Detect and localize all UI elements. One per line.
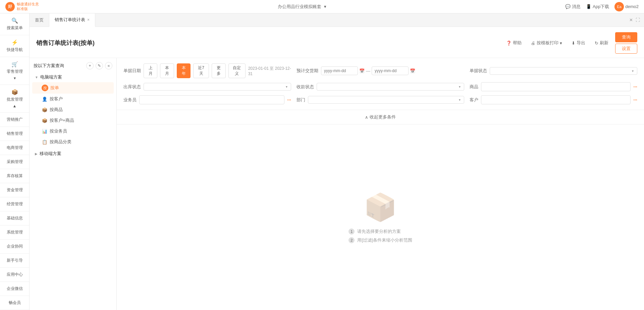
refresh-btn[interactable]: ↻ 刷新 bbox=[592, 39, 611, 47]
expected-date-end[interactable] bbox=[372, 66, 409, 75]
scheme-group-desktop-title[interactable]: ▼ 电脑端方案 bbox=[32, 72, 114, 82]
more-date-btn[interactable]: 更多 bbox=[212, 63, 225, 78]
collapse-btn[interactable]: ∧ 收起更多条件 bbox=[361, 113, 400, 121]
goods-input[interactable] bbox=[481, 82, 631, 91]
sidebar-item-ecommerce[interactable]: 电商管理 bbox=[0, 141, 29, 155]
out-status-arrow: ▾ bbox=[286, 85, 287, 89]
goods-label: 商品 bbox=[470, 84, 478, 90]
scheme-item-bycategory[interactable]: 📋 按商品分类 bbox=[32, 137, 114, 147]
this-month-btn[interactable]: 本月 bbox=[160, 63, 174, 78]
sidebar-item-system[interactable]: 系统管理 bbox=[0, 225, 29, 240]
scheme-item-bycustomer[interactable]: 👤 按客户 bbox=[32, 94, 114, 104]
message-icon: 💬 bbox=[565, 4, 571, 9]
add-scheme-btn[interactable]: + bbox=[86, 62, 94, 69]
user-profile[interactable]: Ea demo2 bbox=[614, 2, 639, 11]
customer-more-icon[interactable]: ··· bbox=[633, 97, 637, 103]
salesperson-more-icon[interactable]: ··· bbox=[287, 97, 291, 103]
sidebar-item-sales[interactable]: 销售管理 bbox=[0, 127, 29, 141]
scheme-group-desktop: ▼ 电脑端方案 按 按单 👤 按客户 bbox=[32, 72, 114, 147]
sidebar-item-inventory[interactable]: 库存核算 bbox=[0, 169, 29, 183]
help-btn[interactable]: ❓ 帮助 bbox=[503, 39, 524, 47]
scheme-group-mobile-title[interactable]: ▶ 移动端方案 bbox=[32, 149, 114, 159]
date-label: 单据日期 bbox=[123, 68, 141, 74]
calendar-end-icon: 📅 bbox=[410, 68, 415, 73]
this-year-btn[interactable]: 本年 bbox=[177, 63, 191, 78]
filter-row-3: 业务员 ··· 部门 ▾ bbox=[123, 95, 637, 104]
department-select[interactable]: ▾ bbox=[308, 96, 464, 104]
expected-date-filter-group: 预计交货期 📅 — 📅 bbox=[297, 66, 464, 75]
window-maximize-icon[interactable]: ⛶ bbox=[636, 17, 640, 22]
receive-status-select[interactable]: ▾ bbox=[317, 83, 464, 91]
refresh-icon: ↻ bbox=[595, 41, 598, 46]
filter-row-2: 出库状态 ▾ 收款状态 ▾ bbox=[123, 82, 637, 91]
retail-expand-icon: ▾ bbox=[14, 76, 16, 81]
print-btn[interactable]: 🖨 按模板打印 ▾ bbox=[528, 39, 565, 47]
scheme-tree: ▼ 电脑端方案 按 按单 👤 按客户 bbox=[30, 72, 116, 159]
setting-button[interactable]: 设置 bbox=[615, 44, 637, 54]
sidebar-item-basic[interactable]: 基础信息 bbox=[0, 211, 29, 225]
sidebar-item-operations[interactable]: 经营管理 bbox=[0, 197, 29, 211]
scheme-group-mobile: ▶ 移动端方案 bbox=[32, 149, 114, 159]
window-close-icon[interactable]: ✕ bbox=[629, 17, 633, 22]
out-status-select[interactable]: ▾ bbox=[144, 83, 291, 91]
last7days-btn[interactable]: 近7天 bbox=[193, 63, 209, 78]
sidebar-item-newuser[interactable]: 新手引导 bbox=[0, 254, 29, 268]
custom-date-btn[interactable]: 自定义 bbox=[228, 63, 246, 78]
sidebar-item-quicknav[interactable]: ⚡ 快捷导航 bbox=[0, 35, 29, 57]
receive-status-arrow: ▾ bbox=[459, 85, 461, 89]
message-btn[interactable]: 💬 消息 bbox=[565, 4, 581, 10]
wholesale-expand-icon: ▲ bbox=[13, 104, 17, 108]
query-button[interactable]: 查询 bbox=[615, 32, 637, 42]
tab-bar: 首页 销售订单统计表 × ✕ ⛶ bbox=[30, 13, 644, 27]
scheme-item-bygoods[interactable]: 📦 按商品 bbox=[32, 104, 114, 115]
top-bar-left: 好 畅捷通好生意 标准版 bbox=[5, 2, 39, 11]
date-range-text: 2023-01-01 至 2023-12-31 bbox=[248, 66, 291, 76]
customergoods-icon: 📦 bbox=[42, 117, 48, 123]
sidebar-item-wechat[interactable]: 企业微信 bbox=[0, 282, 29, 296]
goods-more-icon[interactable]: ··· bbox=[633, 84, 637, 90]
collapse-icon: ∧ bbox=[365, 115, 368, 120]
customer-input[interactable] bbox=[481, 95, 631, 104]
sidebar-item-vip[interactable]: 畅会员 bbox=[0, 296, 29, 310]
mobile-group-icon: ▶ bbox=[35, 152, 38, 156]
status-select[interactable]: ▾ bbox=[490, 67, 637, 75]
scheme-item-bycustomergoods[interactable]: 📦 按客户+商品 bbox=[32, 115, 114, 126]
workspace-title: 办公用品行业模拟账套 ▾ bbox=[278, 4, 326, 10]
page-content: 销售订单统计表(按单) ❓ 帮助 🖨 按模板打印 ▾ ⬇ 导出 bbox=[30, 27, 644, 310]
department-label: 部门 bbox=[297, 97, 305, 103]
sidebar-item-purchase[interactable]: 采购管理 bbox=[0, 155, 29, 169]
collapse-panel-btn[interactable]: « bbox=[105, 62, 112, 69]
query-setting-group: 查询 设置 bbox=[615, 32, 637, 54]
logo-icon: 好 bbox=[5, 2, 15, 11]
sidebar-item-enterprise[interactable]: 企业协同 bbox=[0, 240, 29, 254]
left-panel: 按以下方案查询 + ✎ « ▼ 电脑端方案 bbox=[30, 58, 117, 310]
department-filter-group: 部门 ▾ bbox=[297, 96, 464, 104]
export-icon: ⬇ bbox=[572, 41, 575, 46]
date-buttons: 上月 本月 本年 近7天 更多 自定义 bbox=[144, 63, 246, 78]
salesperson-filter-group: 业务员 ··· bbox=[123, 95, 291, 104]
sidebar-item-search[interactable]: 🔍 搜索菜单 bbox=[0, 13, 29, 35]
salesperson-input[interactable] bbox=[139, 95, 284, 104]
logo-area: 好 畅捷通好生意 标准版 bbox=[5, 2, 39, 11]
tab-sales-order[interactable]: 销售订单统计表 × bbox=[49, 13, 95, 27]
status-label: 单据状态 bbox=[470, 68, 487, 74]
sidebar-item-retail[interactable]: 🛒 零售管理 ▾ bbox=[0, 57, 29, 85]
sidebar-item-wholesale[interactable]: 📦 批发管理 ▲ bbox=[0, 85, 29, 113]
tab-home[interactable]: 首页 bbox=[30, 13, 49, 27]
left-panel-actions: + ✎ « bbox=[86, 62, 112, 69]
last-month-btn[interactable]: 上月 bbox=[144, 63, 157, 78]
tab-close-icon[interactable]: × bbox=[87, 17, 90, 22]
edit-scheme-btn[interactable]: ✎ bbox=[96, 62, 103, 69]
expected-date-start[interactable] bbox=[321, 66, 358, 75]
sidebar-item-apps[interactable]: 应用中心 bbox=[0, 268, 29, 282]
scheme-item-bydoc[interactable]: 按 按单 bbox=[32, 82, 114, 94]
export-btn[interactable]: ⬇ 导出 bbox=[569, 39, 588, 47]
scheme-item-bysalesperson[interactable]: 📊 按业务员 bbox=[32, 126, 114, 137]
sidebar-item-finance[interactable]: 资金管理 bbox=[0, 183, 29, 197]
customer-label: 客户 bbox=[470, 97, 478, 103]
sidebar-item-marketing[interactable]: 营销推广 bbox=[0, 113, 29, 127]
right-panel: 单据日期 上月 本月 本年 近7天 更多 自定义 2023-01-01 至 20… bbox=[117, 58, 644, 310]
salesperson-label: 业务员 bbox=[123, 97, 137, 103]
workspace-dropdown-icon[interactable]: ▾ bbox=[324, 4, 326, 9]
app-download-btn[interactable]: 📱 App下载 bbox=[586, 4, 609, 10]
